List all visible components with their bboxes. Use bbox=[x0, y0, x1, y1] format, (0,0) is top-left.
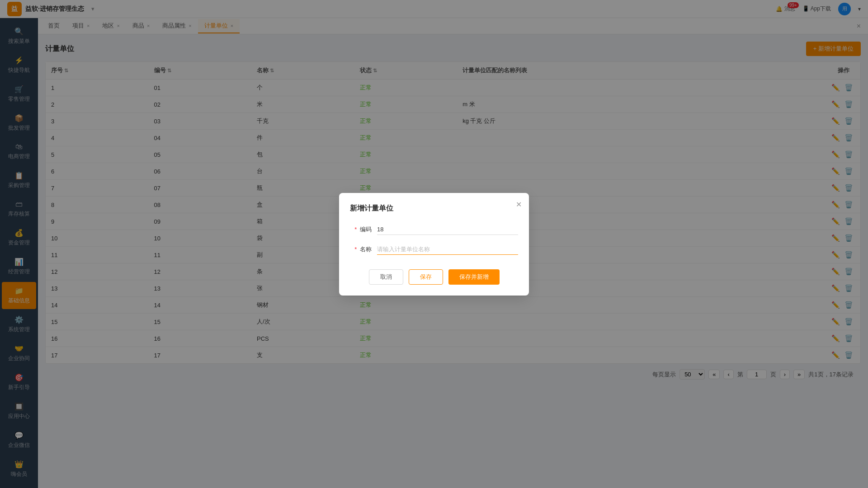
cancel-button[interactable]: 取消 bbox=[369, 269, 403, 285]
code-input[interactable] bbox=[377, 224, 518, 235]
modal-close-button[interactable]: ✕ bbox=[516, 200, 522, 209]
modal-title: 新增计量单位 bbox=[350, 204, 518, 213]
code-label: * 编码 bbox=[350, 225, 372, 234]
name-label: * 名称 bbox=[350, 245, 372, 253]
code-label-text: 编码 bbox=[360, 226, 372, 233]
required-star-name: * bbox=[354, 246, 357, 253]
name-label-text: 名称 bbox=[360, 246, 372, 253]
modal-overlay: 新增计量单位 ✕ * 编码 * 名称 取消 保存 保存并新增 bbox=[0, 0, 868, 488]
save-new-button[interactable]: 保存并新增 bbox=[448, 269, 500, 285]
form-row-name: * 名称 bbox=[350, 244, 518, 255]
required-star-code: * bbox=[354, 226, 357, 233]
add-unit-modal: 新增计量单位 ✕ * 编码 * 名称 取消 保存 保存并新增 bbox=[339, 193, 529, 296]
form-row-code: * 编码 bbox=[350, 224, 518, 235]
name-input[interactable] bbox=[377, 244, 518, 255]
modal-footer: 取消 保存 保存并新增 bbox=[350, 269, 518, 285]
save-button[interactable]: 保存 bbox=[409, 269, 443, 285]
